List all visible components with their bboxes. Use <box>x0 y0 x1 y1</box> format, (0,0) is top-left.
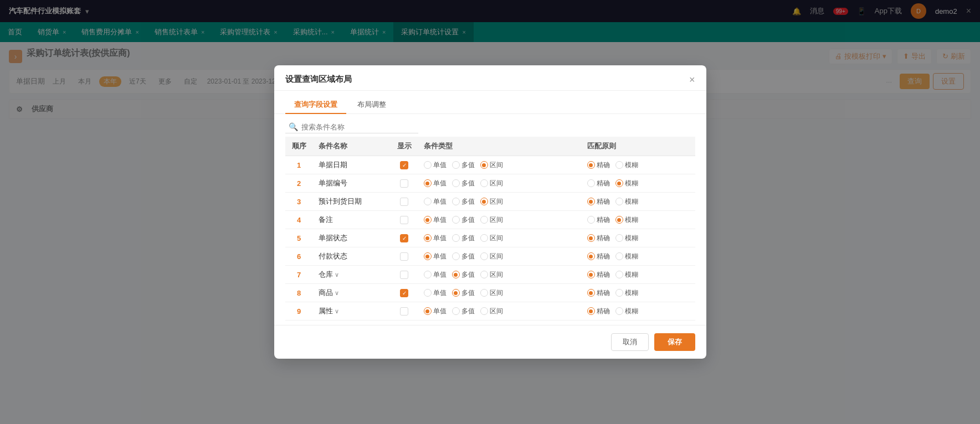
dialog-header: 设置查询区域布局 × <box>274 65 706 91</box>
dialog-search-area: 🔍 <box>274 114 706 125</box>
dialog-tab-query-fields[interactable]: 查询字段设置 <box>285 96 346 114</box>
dialog-overlay: 设置查询区域布局 × 查询字段设置 布局调整 🔍 顺序 <box>0 0 980 125</box>
search-input[interactable] <box>301 123 415 125</box>
search-box: 🔍 <box>285 121 418 125</box>
dialog-title: 设置查询区域布局 <box>285 74 352 85</box>
dialog-tabs: 查询字段设置 布局调整 <box>274 91 706 114</box>
dialog-close-button[interactable]: × <box>689 75 695 85</box>
search-icon: 🔍 <box>289 122 298 125</box>
settings-dialog: 设置查询区域布局 × 查询字段设置 布局调整 🔍 顺序 <box>274 65 706 125</box>
dialog-tab-layout[interactable]: 布局调整 <box>348 96 395 114</box>
